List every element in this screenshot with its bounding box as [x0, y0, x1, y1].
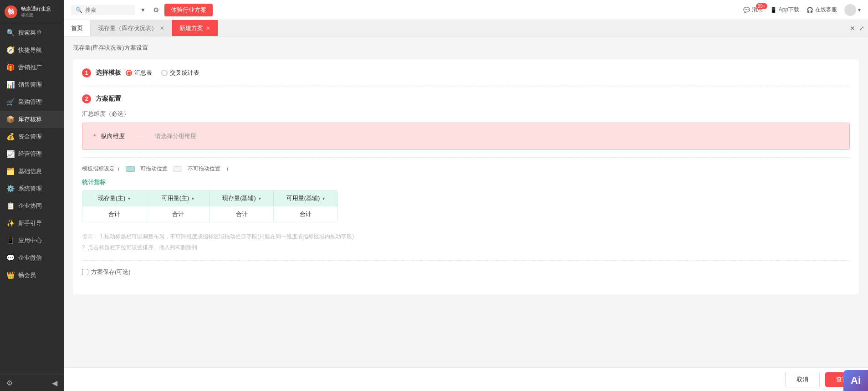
stats-data-row: 合计 合计 合计 合计 [82, 206, 337, 222]
stats-header-col1-label: 现存量(主) [98, 194, 126, 202]
trial-button[interactable]: 体验行业方案 [164, 4, 213, 16]
tip1: 1.拖动标题栏可以调整布局，不可跨维度或指标区域拖动栏目字段(只能在同一维度或指… [100, 233, 354, 240]
template-indicator-close: ） [226, 165, 231, 173]
tab-new-plan-close[interactable]: ✕ [206, 25, 210, 31]
save-option: 方案保存(可选) [82, 268, 850, 276]
stats-cell-1: 合计 [82, 206, 146, 222]
sidebar-scroll: 🔍 搜索菜单 🧭 快捷导航 🎁 营销推广 📊 销售管理 🛒 采购管理 📦 库存核… [0, 24, 64, 375]
finance-icon: 💰 [6, 133, 15, 141]
stats-header-col3-label: 现存量(基辅) [222, 194, 256, 202]
tab-home[interactable]: 首页 [64, 20, 91, 36]
sidebar-item-inventory[interactable]: 📦 库存核算 [0, 111, 64, 128]
gear-icon[interactable]: ⚙ [153, 6, 159, 14]
search-box: 🔍 [71, 5, 135, 15]
sidebar-item-purchase[interactable]: 🛒 采购管理 [0, 93, 64, 111]
stats-section: 统计指标 现存量(主) ▾ 可用量(主) ▾ [82, 178, 850, 224]
search-input[interactable] [85, 7, 126, 13]
search-icon: 🔍 [76, 7, 82, 13]
basic-icon: 🗂️ [6, 167, 15, 175]
message-button[interactable]: 💬 消息 99+ [743, 6, 763, 14]
stats-header-col4-label: 可用量(基辅) [286, 194, 320, 202]
template-radio-group: 汇总表 交叉统计表 [126, 69, 199, 77]
sidebar-item-system[interactable]: ⚙️ 系统管理 [0, 180, 64, 197]
sidebar-bottom: ⚙ ◀ [0, 375, 64, 391]
system-icon: ⚙️ [6, 185, 15, 193]
tab-inventory[interactable]: 现存量（库存状况表） ✕ [91, 20, 172, 36]
toggle-icon[interactable]: ◀ [52, 379, 57, 387]
tab-inventory-label: 现存量（库存状况表） [98, 24, 157, 32]
vertical-dim-placeholder[interactable]: 请选择分组维度 [155, 132, 196, 140]
sidebar-item-apps[interactable]: 📱 应用中心 [0, 232, 64, 249]
sidebar-item-member[interactable]: 👑 畅会员 [0, 267, 64, 284]
sidebar-item-finance[interactable]: 💰 资金管理 [0, 128, 64, 145]
topbar: 🔍 ▼ ⚙ 体验行业方案 💬 消息 99+ 📱 App下载 🎧 在线客服 ▾ [64, 0, 868, 20]
sidebar-item-label: 快捷导航 [18, 46, 42, 54]
stats-col1-dropdown[interactable]: ▾ [128, 196, 130, 201]
sidebar-item-label: 资金管理 [18, 133, 42, 141]
settings-icon[interactable]: ⚙ [6, 379, 13, 387]
movable-indicator-box [126, 166, 135, 172]
sidebar-item-sales[interactable]: 📊 销售管理 [0, 76, 64, 93]
required-star: * [93, 133, 96, 140]
chevron-down-icon: ▾ [858, 7, 861, 13]
tip2: 2. 点击标题栏下拉可设置排序、插入列和删除列 [82, 244, 197, 251]
expand-panel-button[interactable]: ⤢ [859, 25, 864, 32]
stats-col3-dropdown[interactable]: ▾ [259, 196, 261, 201]
tab-new-plan-label: 新建方案 [179, 24, 203, 32]
sidebar: 畅 畅康通好生意 标准版 🔍 搜索菜单 🧭 快捷导航 🎁 营销推广 📊 销售管理… [0, 0, 64, 391]
radio-cross-circle [161, 70, 168, 76]
dash-separator: —— [134, 133, 146, 140]
sidebar-item-guide[interactable]: ✨ 新手引导 [0, 215, 64, 232]
fixed-label: 不可拖动位置 [188, 165, 220, 173]
marketing-icon: 🎁 [6, 63, 15, 72]
stats-col4-dropdown[interactable]: ▾ [322, 196, 325, 201]
tab-new-plan[interactable]: 新建方案 ✕ [172, 20, 218, 36]
sidebar-item-search[interactable]: 🔍 搜索菜单 [0, 24, 64, 41]
app-edition: 标准版 [21, 12, 51, 18]
message-icon: 💬 [743, 7, 750, 13]
stats-col2-dropdown[interactable]: ▾ [192, 196, 194, 201]
sidebar-item-operations[interactable]: 📈 经营管理 [0, 145, 64, 163]
sidebar-item-nav[interactable]: 🧭 快捷导航 [0, 41, 64, 59]
sidebar-item-label: 基础信息 [18, 167, 42, 175]
sidebar-item-label: 经营管理 [18, 150, 42, 158]
sidebar-item-basic[interactable]: 🗂️ 基础信息 [0, 163, 64, 180]
stats-label: 统计指标 [82, 178, 850, 186]
app-download-button[interactable]: 📱 App下载 [770, 6, 799, 14]
sidebar-item-wechat[interactable]: 💬 企业微信 [0, 249, 64, 267]
sidebar-item-marketing[interactable]: 🎁 营销推广 [0, 59, 64, 76]
stats-header-col2: 可用量(主) ▾ [146, 190, 210, 206]
movable-label: 可拖动位置 [140, 165, 168, 173]
sidebar-item-enterprise[interactable]: 📋 企业协同 [0, 197, 64, 215]
main-content: 🔍 ▼ ⚙ 体验行业方案 💬 消息 99+ 📱 App下载 🎧 在线客服 ▾ [64, 0, 868, 391]
guide-icon: ✨ [6, 219, 15, 227]
aggregate-dim-label: 汇总维度（必选） [82, 110, 850, 118]
cancel-button[interactable]: 取消 [785, 372, 820, 387]
radio-summary[interactable]: 汇总表 [126, 69, 152, 77]
close-panel-button[interactable]: ✕ [850, 25, 855, 32]
vertical-dim-label: 纵向维度 [101, 132, 125, 140]
user-menu[interactable]: ▾ [844, 4, 861, 16]
app-logo-icon: 畅 [5, 5, 17, 18]
step2-num: 2 [82, 94, 91, 103]
step1-title: 选择模板 [96, 69, 121, 77]
divider1 [82, 87, 850, 87]
stats-header-col1: 现存量(主) ▾ [82, 190, 146, 206]
ai-badge[interactable]: Ai [843, 370, 868, 391]
tab-inventory-close[interactable]: ✕ [160, 25, 164, 31]
sidebar-item-label: 畅会员 [18, 271, 36, 279]
service-button[interactable]: 🎧 在线客服 [807, 6, 837, 14]
purchase-icon: 🛒 [6, 98, 15, 106]
dropdown-arrow[interactable]: ▼ [140, 7, 146, 13]
inventory-icon: 📦 [6, 115, 15, 123]
radio-cross-label: 交叉统计表 [170, 69, 199, 77]
sidebar-item-label: 库存核算 [18, 115, 42, 123]
template-indicators: 模板指标设定（ 可拖动位置 不可拖动位置 ） [82, 165, 850, 173]
template-indicator-label: 模板指标设定（ [82, 165, 120, 173]
save-checkbox[interactable] [82, 269, 88, 275]
sidebar-item-label: 企业微信 [18, 254, 42, 262]
step2-title: 方案配置 [96, 95, 121, 103]
radio-summary-label: 汇总表 [134, 69, 152, 77]
radio-cross[interactable]: 交叉统计表 [161, 69, 199, 77]
operations-icon: 📈 [6, 150, 15, 158]
